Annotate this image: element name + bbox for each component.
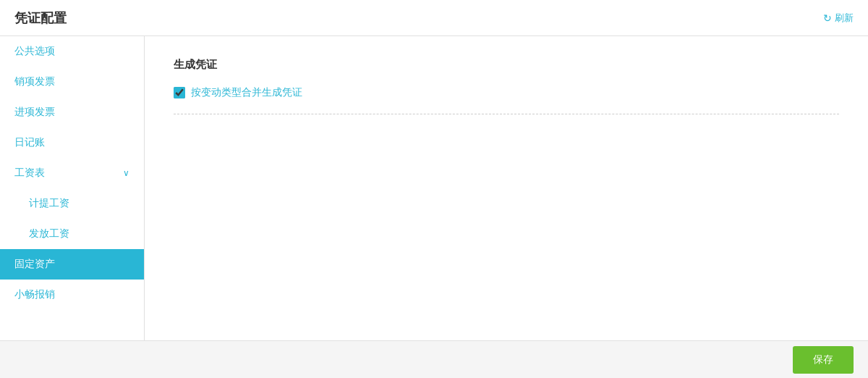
refresh-icon: ↻: [823, 12, 832, 24]
sidebar-item-fixed-assets[interactable]: 固定资产: [0, 249, 144, 280]
refresh-label: 刷新: [835, 12, 854, 25]
chevron-down-icon: ∨: [123, 168, 129, 178]
sidebar-item-label: 进项发票: [14, 106, 55, 119]
page-title: 凭证配置: [14, 9, 67, 27]
sidebar-item-label: 日记账: [14, 136, 45, 149]
sidebar-item-label: 公共选项: [14, 45, 55, 58]
merge-by-type-checkbox[interactable]: [174, 87, 185, 98]
sidebar-item-label: 固定资产: [14, 258, 55, 271]
sidebar-item-public-options[interactable]: 公共选项: [0, 36, 144, 67]
section-title: 生成凭证: [174, 58, 839, 72]
sidebar-item-label: 小畅报销: [14, 288, 55, 301]
sidebar-item-label: 工资表: [14, 167, 45, 180]
sidebar-item-label: 销项发票: [14, 75, 55, 88]
sidebar-item-label: 计提工资: [29, 197, 69, 210]
page-header: 凭证配置 ↻ 刷新: [0, 0, 868, 36]
main-layout: 公共选项 销项发票 进项发票 日记账 工资表 ∨ 计提工资 发放工资 固定资产 …: [0, 36, 868, 340]
content-area: 生成凭证 按变动类型合并生成凭证: [145, 36, 868, 340]
refresh-button[interactable]: ↻ 刷新: [823, 12, 854, 25]
sidebar: 公共选项 销项发票 进项发票 日记账 工资表 ∨ 计提工资 发放工资 固定资产 …: [0, 36, 145, 340]
sidebar-item-payroll-table[interactable]: 工资表 ∨: [0, 158, 144, 188]
save-button[interactable]: 保存: [793, 346, 854, 374]
sidebar-item-purchase-invoice[interactable]: 进项发票: [0, 97, 144, 127]
page-footer: 保存: [0, 340, 868, 378]
sidebar-item-pay-wages[interactable]: 发放工资: [0, 219, 144, 249]
sidebar-item-sales-invoice[interactable]: 销项发票: [0, 67, 144, 97]
sidebar-item-label: 发放工资: [29, 227, 69, 240]
section-divider: [174, 114, 839, 114]
checkbox-row: 按变动类型合并生成凭证: [174, 86, 839, 99]
sidebar-item-commission-wages[interactable]: 计提工资: [0, 188, 144, 219]
checkbox-label[interactable]: 按变动类型合并生成凭证: [191, 86, 302, 99]
sidebar-item-expense-report[interactable]: 小畅报销: [0, 280, 144, 310]
sidebar-item-journal[interactable]: 日记账: [0, 127, 144, 158]
